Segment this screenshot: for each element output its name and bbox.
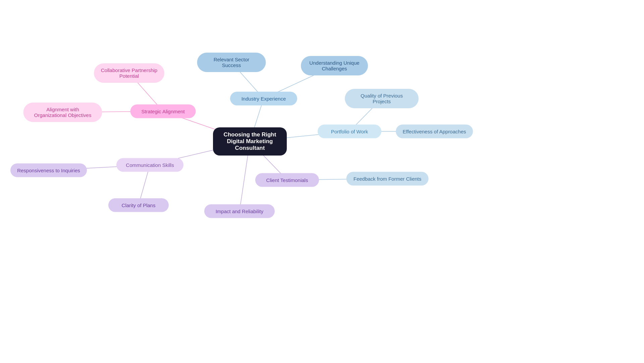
collaborative-partnership-node: Collaborative Partnership Potential bbox=[94, 63, 164, 83]
responsiveness-node: Responsiveness to Inquiries bbox=[10, 164, 87, 177]
connection-lines bbox=[0, 0, 644, 363]
impact-reliability-node: Impact and Reliability bbox=[204, 204, 275, 218]
center-node: Choosing the Right Digital Marketing Con… bbox=[213, 127, 287, 156]
understanding-challenges-node: Understanding Unique Challenges bbox=[301, 56, 368, 75]
quality-previous-node: Quality of Previous Projects bbox=[345, 89, 419, 108]
client-testimonials-node: Client Testimonials bbox=[255, 173, 319, 187]
communication-skills-node: Communication Skills bbox=[116, 158, 183, 172]
relevant-sector-node: Relevant Sector Success bbox=[197, 53, 266, 72]
clarity-plans-node: Clarity of Plans bbox=[108, 198, 169, 212]
feedback-former-node: Feedback from Former Clients bbox=[346, 172, 429, 186]
alignment-org-objectives-node: Alignment with Organizational Objectives bbox=[23, 103, 102, 122]
industry-experience-node: Industry Experience bbox=[230, 92, 297, 106]
portfolio-of-work-node: Portfolio of Work bbox=[318, 125, 381, 138]
effectiveness-node: Effectiveness of Approaches bbox=[396, 125, 473, 138]
mindmap-canvas: Choosing the Right Digital Marketing Con… bbox=[0, 0, 644, 363]
strategic-alignment-node: Strategic Alignment bbox=[130, 105, 196, 118]
